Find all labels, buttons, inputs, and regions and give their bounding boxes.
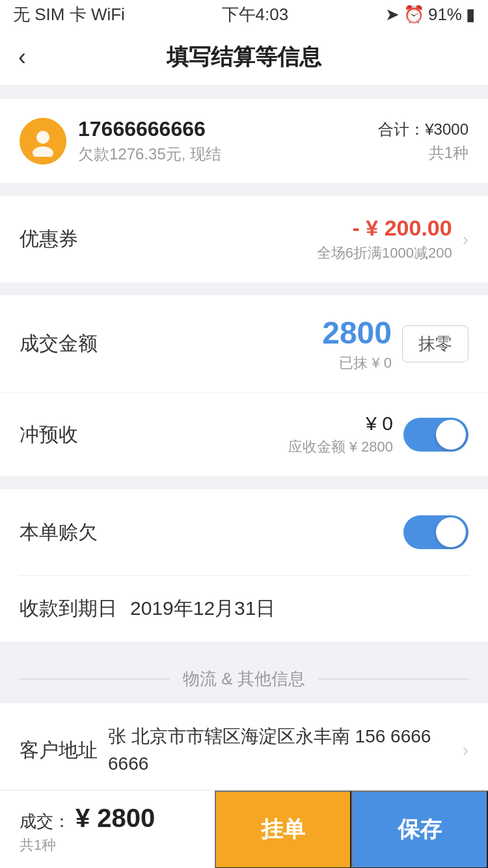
deal-section: 成交金额 2800 已抹 ¥ 0 抹零 冲预收 ¥ 0 应收金额 ¥ 2800 <box>0 295 488 476</box>
nav-bar: ‹ 填写结算等信息 <box>0 29 488 86</box>
deal-amount-sub: 已抹 ¥ 0 <box>322 353 392 373</box>
coupon-section: 优惠券 - ¥ 200.00 全场6折满1000减200 › <box>0 196 488 282</box>
avatar <box>20 118 66 165</box>
divider-2 <box>0 282 488 295</box>
footer-deal-label: 成交： <box>20 810 70 833</box>
deal-amount-label: 成交金额 <box>20 331 98 357</box>
coupon-right: - ¥ 200.00 全场6折满1000减200 › <box>317 215 468 263</box>
footer-deal-info: 成交： ¥ 2800 <box>20 804 195 833</box>
hang-button[interactable]: 挂单 <box>215 791 351 869</box>
precharge-col: ¥ 0 应收金额 ¥ 2800 <box>288 413 393 457</box>
debt-label: 本单赊欠 <box>20 519 98 546</box>
address-chevron-icon: › <box>463 740 468 761</box>
footer: 成交： ¥ 2800 共1种 挂单 保存 <box>0 790 488 868</box>
due-date-label: 收款到期日 <box>20 595 117 622</box>
page-title: 填写结算等信息 <box>167 42 321 72</box>
logistics-separator: 物流 & 其他信息 <box>0 655 488 703</box>
precharge-right: ¥ 0 应收金额 ¥ 2800 <box>288 413 468 457</box>
deal-amount-row: 成交金额 2800 已抹 ¥ 0 抹零 <box>0 295 488 393</box>
due-date-row: 收款到期日 2019年12月31日 <box>0 576 488 642</box>
coupon-row[interactable]: 优惠券 - ¥ 200.00 全场6折满1000减200 › <box>0 196 488 282</box>
debt-section: 本单赊欠 收款到期日 2019年12月31日 <box>0 489 488 642</box>
sim-text: 无 SIM 卡 WiFi <box>13 3 125 26</box>
coupon-chevron-icon: › <box>463 229 468 250</box>
user-sub-text: 欠款1276.35元, 现结 <box>78 144 221 165</box>
back-button[interactable]: ‹ <box>18 44 26 71</box>
coupon-amount: - ¥ 200.00 <box>317 215 452 241</box>
divider-1 <box>0 183 488 196</box>
sep-line-left <box>20 679 170 679</box>
total-count: 共1种 <box>378 142 468 163</box>
coupon-label: 优惠券 <box>20 226 78 252</box>
precharge-row: 冲预收 ¥ 0 应收金额 ¥ 2800 <box>0 393 488 476</box>
user-info: 17666666666 欠款1276.35元, 现结 <box>78 117 221 165</box>
address-value: 张 北京市市辖区海淀区永丰南 156 6666 6666 <box>108 723 452 778</box>
user-phone: 17666666666 <box>78 117 221 141</box>
sep-line-right <box>318 679 468 679</box>
due-date-value: 2019年12月31日 <box>130 595 275 622</box>
svg-point-1 <box>33 146 53 157</box>
logistics-label: 物流 & 其他信息 <box>183 668 305 690</box>
status-left: 无 SIM 卡 WiFi <box>13 3 125 26</box>
footer-deal-amount: ¥ 2800 <box>75 804 155 833</box>
precharge-toggle[interactable] <box>403 418 468 452</box>
save-button[interactable]: 保存 <box>351 791 488 869</box>
address-row[interactable]: 客户地址 张 北京市市辖区海淀区永丰南 156 6666 6666 › <box>0 703 488 797</box>
status-time: 下午4:03 <box>222 3 289 26</box>
toggle-knob <box>436 420 466 450</box>
customer-card: 17666666666 欠款1276.35元, 现结 合计：¥3000 共1种 <box>0 99 488 183</box>
precharge-sub: 应收金额 ¥ 2800 <box>288 437 393 457</box>
debt-row: 本单赊欠 <box>0 489 488 575</box>
deal-amount-value: 2800 <box>322 315 392 351</box>
status-right: ➤ ⏰ 91% ▮ <box>385 5 475 25</box>
customer-info-right: 合计：¥3000 共1种 <box>378 119 468 163</box>
deal-amount-col: 2800 已抹 ¥ 0 <box>322 315 392 373</box>
debt-toggle[interactable] <box>403 515 468 549</box>
divider-4 <box>0 642 488 655</box>
coupon-values: - ¥ 200.00 全场6折满1000减200 <box>317 215 452 263</box>
footer-left: 成交： ¥ 2800 共1种 <box>0 804 215 855</box>
footer-count: 共1种 <box>20 835 195 855</box>
address-label: 客户地址 <box>20 737 98 764</box>
divider-3 <box>0 476 488 489</box>
total-label: 合计：¥3000 <box>378 119 468 140</box>
battery-text: 91% <box>428 5 462 25</box>
round-button[interactable]: 抹零 <box>402 325 468 362</box>
customer-info-left: 17666666666 欠款1276.35元, 现结 <box>20 117 221 165</box>
battery-icon: ▮ <box>466 5 475 25</box>
coupon-desc: 全场6折满1000减200 <box>317 243 452 263</box>
alarm-icon: ⏰ <box>403 5 424 25</box>
debt-toggle-knob <box>436 517 466 547</box>
precharge-value: ¥ 0 <box>288 413 393 435</box>
svg-point-0 <box>36 131 49 144</box>
status-bar: 无 SIM 卡 WiFi 下午4:03 ➤ ⏰ 91% ▮ <box>0 0 488 29</box>
deal-amount-right: 2800 已抹 ¥ 0 抹零 <box>322 315 468 373</box>
location-icon: ➤ <box>385 5 400 25</box>
precharge-label: 冲预收 <box>20 422 78 448</box>
